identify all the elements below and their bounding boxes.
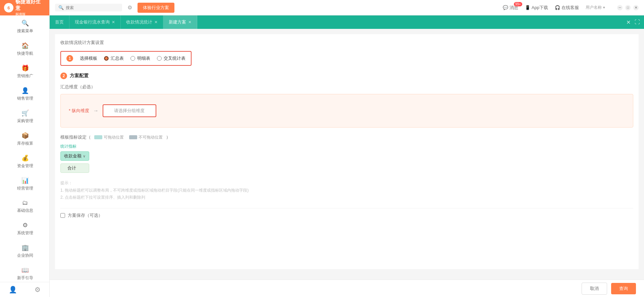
basic-info-icon: 🗂 (22, 199, 28, 206)
gear-icon[interactable]: ⚙ (127, 4, 132, 11)
tab-bank-flow-close[interactable]: ✕ (112, 20, 115, 24)
sidebar-user-avatar[interactable]: 👤 (9, 286, 17, 294)
sidebar-bottom: 👤 ⚙ (0, 282, 49, 297)
option-cross-label: 交叉统计表 (164, 55, 185, 61)
sidebar-item-quick-nav[interactable]: 🏠 快捷导航 (0, 38, 49, 60)
step1-num: 1 (66, 55, 73, 62)
metrics-total-label: 合计 (67, 165, 76, 171)
search-input[interactable] (66, 5, 113, 10)
radio-detail[interactable] (130, 56, 135, 61)
message-item[interactable]: 💬 消息 99+ (503, 5, 518, 11)
sidebar-label-basic-info: 基础信息 (17, 208, 33, 213)
metrics-config-title: 模板指标设定（ 可拖动位置 不可拖动位置 ） (60, 134, 633, 140)
arrow-icon: → (93, 108, 99, 114)
query-button[interactable]: 查询 (611, 283, 636, 294)
marketing-icon: 🎁 (21, 64, 29, 72)
header: 🔍 ⚙ 体验行业方案 💬 消息 99+ 📱 App下载 🎧 在线客服 用户名称 … (50, 0, 644, 15)
sidebar-label-quick-nav: 快捷导航 (17, 51, 33, 56)
dimension-select-button[interactable]: 请选择分组维度 (103, 104, 156, 117)
tab-new-plan[interactable]: 新建方案 ✕ (163, 15, 197, 29)
search-icon: 🔍 (58, 5, 64, 10)
header-search-box[interactable]: 🔍 (55, 4, 122, 11)
sidebar-label-marketing: 营销推广 (17, 73, 33, 79)
sidebar-item-management[interactable]: 📊 经营管理 (0, 173, 49, 195)
tab-home[interactable]: 首页 (50, 15, 69, 29)
maximize-button[interactable]: □ (625, 5, 631, 10)
sidebar-label-system: 系统管理 (17, 230, 33, 236)
dimension-area: * 纵向维度 → 请选择分组维度 (60, 94, 633, 128)
sidebar-item-finance[interactable]: 💰 资金管理 (0, 150, 49, 173)
option-summary-label: 汇总表 (111, 55, 124, 61)
tip-line-1: 1. 拖动标题栏可以调整布局，不可跨维度或指标区域拖动栏目字段(只能在同一维度或… (60, 187, 633, 194)
sidebar-label-inventory: 库存核算 (17, 141, 33, 146)
settings-icon: ⚙ (35, 286, 41, 294)
sidebar-item-marketing[interactable]: 🎁 营销推广 (0, 60, 49, 83)
tab-new-plan-close[interactable]: ✕ (188, 20, 192, 24)
minimize-button[interactable]: ─ (617, 5, 623, 10)
avatar-icon: 👤 (9, 286, 17, 294)
step2-num: 2 (60, 72, 67, 79)
step1-title: 选择模板 (80, 55, 97, 61)
step1-section: 1 选择模板 汇总表 明细表 交叉统计表 (60, 51, 633, 66)
online-service-label: 在线客服 (561, 5, 579, 11)
step2-header: 2 方案配置 (60, 72, 633, 79)
tab-bank-flow[interactable]: 现金银行流水查询 ✕ (69, 15, 121, 29)
step2-title: 方案配置 (70, 73, 89, 79)
app-download-item[interactable]: 📱 App下载 (525, 5, 548, 11)
metrics-tag-amount[interactable]: 收款金额 ∨ (60, 151, 89, 161)
tab-new-plan-label: 新建方案 (169, 19, 186, 25)
sidebar-label-corp-collab: 企业协同 (17, 253, 33, 258)
sidebar-label-purchase: 采购管理 (17, 118, 33, 124)
template-select-box: 1 选择模板 汇总表 明细表 交叉统计表 (60, 51, 192, 66)
metrics-group-label: 统计指标 (60, 144, 633, 149)
sidebar-item-search-menu[interactable]: 🔍 搜索菜单 (0, 15, 49, 38)
online-service-item[interactable]: 🎧 在线客服 (555, 5, 579, 11)
radio-cross[interactable] (157, 56, 162, 61)
trial-button[interactable]: 体验行业方案 (138, 3, 174, 13)
tab-bank-flow-label: 现金银行流水查询 (75, 19, 110, 25)
guide-icon: 📖 (21, 266, 29, 274)
quick-nav-icon: 🏠 (21, 42, 29, 49)
main-content: 收款情况统计方案设置 1 选择模板 汇总表 明细表 (50, 29, 644, 297)
inventory-icon: 📦 (21, 132, 29, 139)
management-icon: 📊 (21, 177, 29, 184)
radio-summary[interactable] (104, 56, 109, 61)
footer-section: 方案保存（可选） (60, 208, 633, 222)
sidebar-item-purchase[interactable]: 🛒 采购管理 (0, 105, 49, 128)
app-download-icon: 📱 (525, 5, 530, 10)
user-name-label: 用户名称 (586, 5, 602, 10)
draggable-color (94, 135, 102, 139)
cancel-button[interactable]: 取消 (582, 283, 607, 295)
sales-icon: 👤 (21, 87, 29, 94)
sidebar-item-inventory[interactable]: 📦 库存核算 (0, 128, 49, 150)
user-name-item[interactable]: 用户名称 ▾ (586, 5, 605, 10)
metrics-config-suffix: ） (166, 134, 170, 140)
corp-collab-icon: 🏢 (21, 244, 29, 251)
tab-fullscreen-icon[interactable]: ⛶ (635, 19, 640, 25)
page-title: 收款情况统计方案设置 (60, 40, 633, 46)
legend-non-draggable: 不可拖动位置 (129, 135, 163, 140)
sidebar-settings[interactable]: ⚙ (35, 286, 41, 294)
sidebar-item-guide[interactable]: 📖 新手引导 (0, 262, 49, 282)
sidebar-label-finance: 资金管理 (17, 163, 33, 169)
system-icon: ⚙ (22, 221, 28, 229)
sidebar-item-basic-info[interactable]: 🗂 基础信息 (0, 195, 49, 217)
vertical-dimension-label: * 纵向维度 (69, 108, 89, 114)
sidebar-label-guide: 新手引导 (17, 275, 33, 281)
option-cross[interactable]: 交叉统计表 (157, 55, 185, 61)
tab-close-all-icon[interactable]: ✕ (626, 19, 631, 26)
sidebar-item-corp-collab[interactable]: 🏢 企业协同 (0, 240, 49, 262)
tab-receipt-stats-close[interactable]: ✕ (154, 20, 158, 24)
sidebar-item-system[interactable]: ⚙ 系统管理 (0, 217, 49, 240)
save-checkbox[interactable] (60, 213, 65, 218)
online-service-icon: 🎧 (555, 5, 560, 10)
close-button[interactable]: ✕ (633, 5, 639, 10)
sidebar-item-sales[interactable]: 👤 销售管理 (0, 83, 49, 105)
tab-receipt-stats-label: 收款情况统计 (126, 19, 152, 25)
option-summary[interactable]: 汇总表 (104, 55, 124, 61)
option-detail[interactable]: 明细表 (130, 55, 150, 61)
legend-draggable: 可拖动位置 (94, 135, 124, 140)
chevron-down-icon: ▾ (603, 5, 605, 10)
tab-receipt-stats[interactable]: 收款情况统计 ✕ (121, 15, 163, 29)
metrics-config: 模板指标设定（ 可拖动位置 不可拖动位置 ） 统计指标 (60, 134, 633, 173)
